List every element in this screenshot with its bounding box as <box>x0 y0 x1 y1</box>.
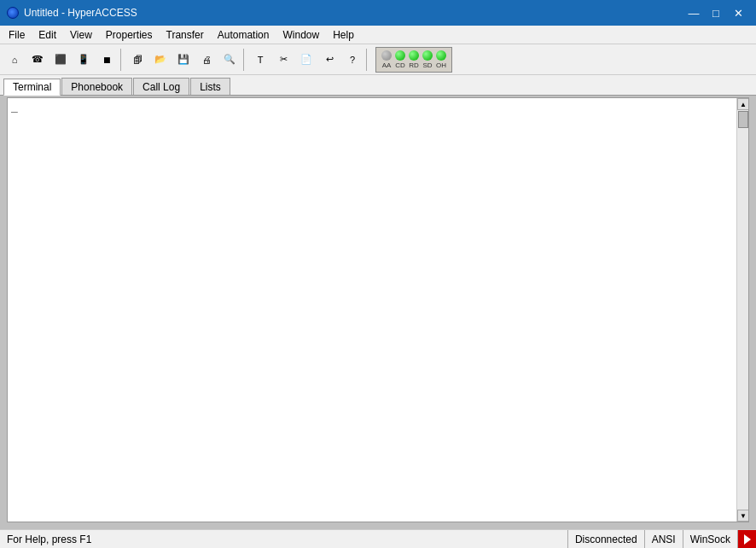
encoding-label: ANSI <box>652 533 676 545</box>
status-right: Disconnected ANSI WinSock <box>567 530 756 549</box>
title-bar: Untitled - HyperACCESS — □ ✕ <box>0 0 756 26</box>
disconnected-label: Disconnected <box>575 533 637 545</box>
pause-tool-button[interactable]: ⏹ <box>96 49 118 71</box>
protocol-panel: WinSock <box>683 530 737 549</box>
help-tool-button[interactable]: ? <box>341 49 363 71</box>
menu-item-automation[interactable]: Automation <box>211 26 276 44</box>
menu-bar: FileEditViewPropertiesTransferAutomation… <box>0 26 756 44</box>
modem-tool-button[interactable]: 📱 <box>73 49 95 71</box>
window-controls[interactable]: — □ ✕ <box>683 4 749 21</box>
tab-lists[interactable]: Lists <box>190 78 230 95</box>
print-tool-button[interactable]: 🖨 <box>195 49 218 71</box>
app-icon <box>7 7 19 19</box>
menu-item-help[interactable]: Help <box>326 26 361 44</box>
edit-tool-button[interactable]: T <box>249 49 271 71</box>
title-bar-left: Untitled - HyperACCESS <box>7 7 137 19</box>
menu-item-transfer[interactable]: Transfer <box>160 26 211 44</box>
close-button[interactable]: ✕ <box>727 4 749 21</box>
encoding-panel: ANSI <box>644 530 683 549</box>
open-tool-button[interactable]: 📂 <box>149 49 172 71</box>
arrow-icon <box>744 534 751 545</box>
terminal-cursor: _ <box>11 102 18 114</box>
clipboard-tool-button[interactable]: 🗐 <box>126 49 148 71</box>
cut-tool-button[interactable]: ✂ <box>272 49 294 71</box>
status-indicators: AACDRDSDOH <box>375 47 452 73</box>
menu-item-properties[interactable]: Properties <box>99 26 160 44</box>
main-area: _ ▲ ▼ <box>7 97 749 522</box>
status-light-oh: OH <box>436 50 446 69</box>
status-help-text: For Help, press F1 <box>0 533 567 545</box>
menu-item-edit[interactable]: Edit <box>32 26 63 44</box>
status-bar: For Help, press F1 Disconnected ANSI Win… <box>0 529 756 548</box>
find-tool-button[interactable]: 🔍 <box>218 49 241 71</box>
status-icon <box>737 530 756 549</box>
tab-terminal[interactable]: Terminal <box>3 79 61 96</box>
tab-bar: TerminalPhonebookCall LogLists <box>0 75 756 96</box>
menu-item-window[interactable]: Window <box>276 26 326 44</box>
terminal-content[interactable]: _ <box>8 98 748 522</box>
status-light-sd: SD <box>422 50 433 69</box>
tab-phonebook[interactable]: Phonebook <box>61 78 132 95</box>
toolbar-sep-4 <box>120 49 124 71</box>
menu-item-view[interactable]: View <box>63 26 99 44</box>
scroll-up-arrow[interactable]: ▲ <box>737 98 749 110</box>
status-light-rd: RD <box>409 50 419 69</box>
protocol-label: WinSock <box>690 533 730 545</box>
minimize-button[interactable]: — <box>683 4 705 21</box>
scroll-track[interactable] <box>737 110 748 510</box>
dial-tool-button[interactable]: ☎ <box>26 49 49 71</box>
toolbar-sep-9 <box>243 49 247 71</box>
maximize-button[interactable]: □ <box>705 4 727 21</box>
undo-tool-button[interactable]: ↩ <box>318 49 340 71</box>
scroll-thumb[interactable] <box>738 111 748 128</box>
vertical-scrollbar[interactable]: ▲ ▼ <box>736 98 748 522</box>
menu-item-file[interactable]: File <box>2 26 32 44</box>
tab-call-log[interactable]: Call Log <box>133 78 189 95</box>
disconnected-panel: Disconnected <box>567 530 644 549</box>
terminal-tool-button[interactable]: ⬛ <box>49 49 72 71</box>
paste-tool-button[interactable]: 📄 <box>295 49 317 71</box>
toolbar-separator <box>366 49 369 71</box>
toolbar: ⌂☎⬛📱⏹🗐📂💾🖨🔍T✂📄↩? AACDRDSDOH <box>0 44 756 75</box>
scroll-down-arrow[interactable]: ▼ <box>737 510 749 522</box>
status-light-aa: AA <box>381 50 392 69</box>
window-title: Untitled - HyperACCESS <box>24 7 137 19</box>
status-light-cd: CD <box>395 50 405 69</box>
save-tool-button[interactable]: 💾 <box>172 49 195 71</box>
connect-tool-button[interactable]: ⌂ <box>3 49 26 71</box>
